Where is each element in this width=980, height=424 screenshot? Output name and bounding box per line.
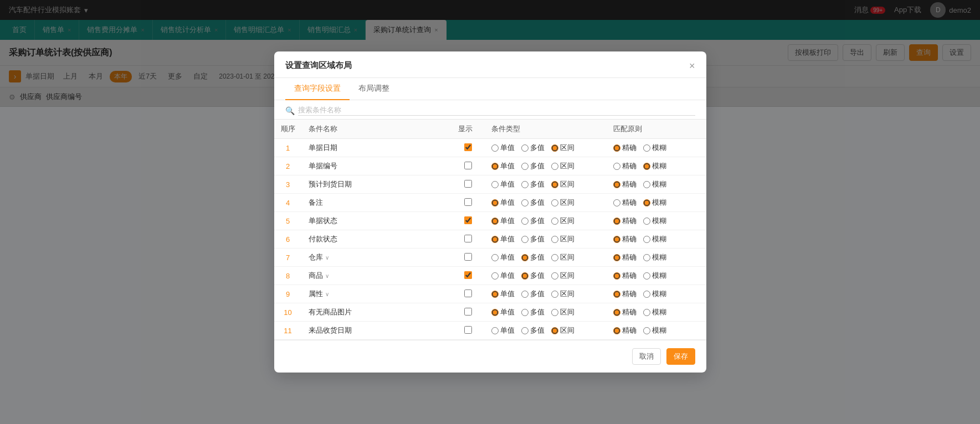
dialog-tab-layout[interactable]: 布局调整: [350, 78, 398, 100]
dialog-body: 查询字段设置 布局调整 🔍 顺序 条件名称 显示 条件类型: [274, 78, 706, 107]
dialog-title: 设置查询区域布局: [285, 60, 352, 71]
dialog-header: 设置查询区域布局 ×: [274, 51, 706, 78]
search-input[interactable]: [298, 106, 695, 107]
modal-overlay: 设置查询区域布局 × 查询字段设置 布局调整 🔍 顺序: [0, 0, 980, 107]
search-box: 🔍: [274, 100, 706, 107]
dialog-tab-query-fields[interactable]: 查询字段设置: [285, 78, 350, 100]
dialog: 设置查询区域布局 × 查询字段设置 布局调整 🔍 顺序: [274, 51, 706, 107]
dialog-close-button[interactable]: ×: [689, 61, 695, 71]
dialog-tabs: 查询字段设置 布局调整: [274, 78, 706, 100]
search-icon: 🔍: [285, 106, 295, 107]
